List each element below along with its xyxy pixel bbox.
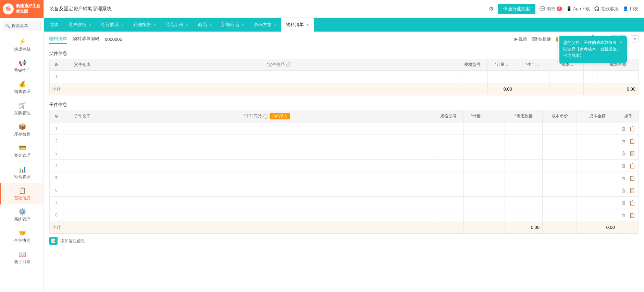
child-row-1-unit-cost[interactable] bbox=[543, 122, 577, 135]
delete-icon-1[interactable]: 🗑 bbox=[621, 126, 626, 131]
copy-icon-2[interactable]: 📋 bbox=[629, 138, 635, 144]
child-row-3-product[interactable] bbox=[101, 147, 433, 160]
user-button[interactable]: 👤 用友 bbox=[623, 6, 639, 12]
child-row-4-product[interactable] bbox=[101, 160, 433, 172]
child-row-6-unit[interactable] bbox=[464, 184, 491, 197]
child-row-6-unit-cost[interactable] bbox=[543, 184, 577, 197]
child-row-2-qty[interactable] bbox=[505, 135, 543, 147]
online-service-button[interactable]: 🎧 在线客服 bbox=[594, 6, 619, 12]
child-row-3-unit-cost[interactable] bbox=[543, 147, 577, 160]
child-row-5-product[interactable] bbox=[101, 172, 433, 184]
tab-bom[interactable]: 物料清单 × bbox=[281, 18, 313, 32]
copy-icon-8[interactable]: 📋 bbox=[629, 212, 635, 218]
copy-icon-7[interactable]: 📋 bbox=[629, 200, 635, 206]
sidebar-item-marketing[interactable]: 📢 营销推广 bbox=[0, 56, 44, 77]
search-area[interactable]: 🔍 搜索菜单 bbox=[0, 18, 44, 34]
tab-barcode-close[interactable]: × bbox=[274, 23, 276, 27]
child-row-2-warehouse[interactable] bbox=[63, 135, 101, 147]
child-row-4-qty[interactable] bbox=[505, 160, 543, 172]
message-button[interactable]: 💬 消息 6 bbox=[540, 6, 562, 12]
parent-row-1-product[interactable] bbox=[101, 71, 457, 83]
copy-icon-1[interactable]: 📋 bbox=[629, 126, 635, 131]
child-col-gear[interactable]: ⚙ bbox=[50, 110, 63, 122]
sidebar-item-inventory[interactable]: 📦 库存核算 bbox=[0, 119, 44, 141]
child-row-8-qty[interactable] bbox=[505, 209, 543, 221]
tab-goods-close[interactable]: × bbox=[210, 23, 212, 27]
child-row-7-spec[interactable] bbox=[433, 197, 464, 209]
parent-row-1-cost[interactable] bbox=[549, 71, 584, 83]
child-row-4-unit[interactable] bbox=[464, 160, 491, 172]
delete-icon-5[interactable]: 🗑 bbox=[621, 175, 626, 181]
copy-icon-4[interactable]: 📋 bbox=[629, 163, 635, 168]
child-row-1-spec[interactable] bbox=[433, 122, 464, 135]
child-row-3-unit[interactable] bbox=[464, 147, 491, 160]
tab-customer[interactable]: 客户联络 × bbox=[64, 18, 96, 32]
child-row-2-unit[interactable] bbox=[464, 135, 491, 147]
tab-history-close[interactable]: × bbox=[186, 23, 188, 27]
child-row-4-unit-cost[interactable] bbox=[543, 160, 577, 172]
tooltip-close-button[interactable]: × bbox=[620, 39, 622, 46]
sidebar-item-purchase[interactable]: 🛒 采购管理 bbox=[0, 98, 44, 119]
sidebar-item-basic-info[interactable]: 📋 基础信息 bbox=[0, 183, 44, 205]
parent-row-1-prod[interactable] bbox=[515, 71, 549, 83]
tab-add-goods-close[interactable]: × bbox=[242, 23, 244, 27]
experience-button[interactable]: 体验行业方案 bbox=[498, 4, 535, 14]
child-row-8-unit[interactable] bbox=[464, 209, 491, 221]
sidebar-item-enterprise[interactable]: 🤝 企业协同 bbox=[0, 226, 44, 247]
child-product-info-icon[interactable]: i bbox=[263, 114, 268, 119]
search-menu-button[interactable]: 🔍 搜索菜单 bbox=[3, 21, 41, 31]
child-row-5-spec[interactable] bbox=[433, 172, 464, 184]
tab-profit-close[interactable]: × bbox=[154, 23, 156, 27]
sidebar-item-operations[interactable]: 📊 经营管理 bbox=[0, 162, 44, 183]
delete-icon-6[interactable]: 🗑 bbox=[621, 188, 626, 193]
copy-icon-6[interactable]: 📋 bbox=[629, 188, 635, 193]
child-row-7-unit-cost[interactable] bbox=[543, 197, 577, 209]
delete-icon-2[interactable]: 🗑 bbox=[621, 138, 626, 144]
delete-icon-8[interactable]: 🗑 bbox=[621, 212, 626, 218]
copy-icon-5[interactable]: 📋 bbox=[629, 175, 635, 181]
child-row-7-qty[interactable] bbox=[505, 197, 543, 209]
scan-button[interactable]: 扫码录入 bbox=[270, 113, 290, 119]
child-row-6-product[interactable] bbox=[101, 184, 433, 197]
tab-operations[interactable]: 经营情况 × bbox=[96, 18, 128, 32]
parent-product-info-icon[interactable]: i bbox=[286, 62, 291, 67]
child-row-8-product[interactable] bbox=[101, 209, 433, 221]
child-row-1-warehouse[interactable] bbox=[63, 122, 101, 135]
child-row-2-product[interactable] bbox=[101, 135, 433, 147]
delete-icon-4[interactable]: 🗑 bbox=[621, 163, 626, 168]
child-row-3-warehouse[interactable] bbox=[63, 147, 101, 160]
tab-goods[interactable]: 商品 × bbox=[193, 18, 216, 32]
child-row-7-warehouse[interactable] bbox=[63, 197, 101, 209]
child-row-8-warehouse[interactable] bbox=[63, 209, 101, 221]
child-row-3-qty[interactable] bbox=[505, 147, 543, 160]
tab-history[interactable]: 经营历程 × bbox=[161, 18, 193, 32]
sidebar-item-sales[interactable]: 💰 销售管理 bbox=[0, 77, 44, 98]
child-row-1-product[interactable] bbox=[101, 122, 433, 135]
parent-row-1-warehouse[interactable] bbox=[63, 71, 101, 83]
child-row-2-spec[interactable] bbox=[433, 135, 464, 147]
child-row-8-unit-cost[interactable] bbox=[543, 209, 577, 221]
tab-profit[interactable]: 利润报告 × bbox=[128, 18, 161, 32]
child-row-2-unit-cost[interactable] bbox=[543, 135, 577, 147]
child-row-6-qty[interactable] bbox=[505, 184, 543, 197]
parent-row-1-unit[interactable] bbox=[488, 71, 515, 83]
tab-add-goods[interactable]: 新增商品 × bbox=[216, 18, 249, 32]
child-row-3-spec[interactable] bbox=[433, 147, 464, 160]
shortcut-button[interactable]: ⌨ 快捷键 bbox=[532, 36, 551, 42]
child-row-4-spec[interactable] bbox=[433, 160, 464, 172]
sidebar-item-guide[interactable]: 📖 新手引导 bbox=[0, 247, 44, 268]
sidebar-item-system[interactable]: ⚙️ 系统管理 bbox=[0, 205, 44, 226]
child-row-1-qty[interactable] bbox=[505, 122, 543, 135]
tab-bom-close[interactable]: × bbox=[307, 23, 309, 27]
child-row-5-unit[interactable] bbox=[464, 172, 491, 184]
sidebar-item-finance[interactable]: 💳 资金管理 bbox=[0, 141, 44, 162]
child-row-5-qty[interactable] bbox=[505, 172, 543, 184]
child-row-5-warehouse[interactable] bbox=[63, 172, 101, 184]
app-download-button[interactable]: 📱 App下载 bbox=[566, 6, 590, 12]
child-row-4-warehouse[interactable] bbox=[63, 160, 101, 172]
tab-barcode[interactable]: 条码方案 × bbox=[249, 18, 281, 32]
child-row-7-product[interactable] bbox=[101, 197, 433, 209]
child-row-6-warehouse[interactable] bbox=[63, 184, 101, 197]
tab-home[interactable]: 首页 bbox=[45, 18, 64, 32]
grid-view-button[interactable]: ≡ bbox=[631, 35, 639, 43]
